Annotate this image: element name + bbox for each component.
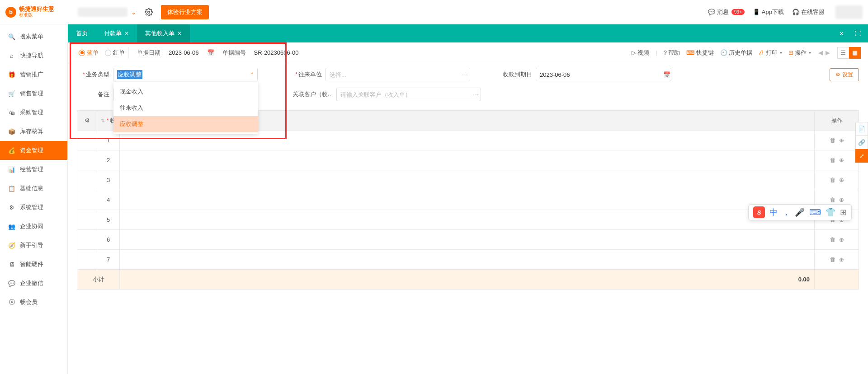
online-service-link[interactable]: 🎧 在线客服 bbox=[792, 8, 825, 16]
table-row[interactable]: 3🗑⊕ bbox=[77, 170, 859, 190]
sidebar-item-quick-nav[interactable]: ⌂快捷导航 bbox=[0, 46, 67, 65]
table-row[interactable]: 4🗑⊕ bbox=[77, 190, 859, 210]
shortcut-link[interactable]: ⌨快捷键 bbox=[686, 49, 714, 57]
row-content[interactable] bbox=[120, 150, 815, 170]
phone-icon: 📱 bbox=[753, 9, 760, 15]
sidebar-item-inventory[interactable]: 📦库存核算 bbox=[0, 122, 67, 141]
due-date-input[interactable] bbox=[536, 68, 671, 81]
calendar-icon[interactable]: 📅 bbox=[663, 71, 670, 78]
next-doc-button[interactable]: ▶ bbox=[825, 48, 831, 57]
help-link[interactable]: ?帮助 bbox=[664, 49, 680, 57]
ime-mic-icon[interactable]: 🎤 bbox=[795, 207, 805, 217]
sidebar-item-search-menu[interactable]: 🔍搜索菜单 bbox=[0, 27, 67, 46]
radio-blue-doc[interactable]: 蓝单 bbox=[79, 49, 99, 57]
operate-link[interactable]: ⊞操作▾ bbox=[788, 49, 811, 57]
row-content[interactable] bbox=[120, 170, 815, 190]
delete-row-icon[interactable]: 🗑 bbox=[830, 157, 835, 164]
add-row-icon[interactable]: ⊕ bbox=[839, 157, 844, 164]
delete-row-icon[interactable]: 🗑 bbox=[830, 196, 835, 203]
org-selector[interactable]: ⌄ bbox=[78, 8, 137, 17]
view-form-button[interactable]: ▦ bbox=[849, 47, 861, 59]
row-handle[interactable] bbox=[77, 210, 97, 230]
link-label: 操作 bbox=[795, 49, 807, 57]
row-content[interactable] bbox=[120, 250, 815, 270]
prev-doc-button[interactable]: ◀ bbox=[817, 48, 824, 57]
form-settings-button[interactable]: ⚙设置 bbox=[830, 68, 859, 81]
sidebar-item-basicinfo[interactable]: 📋基础信息 bbox=[0, 179, 67, 198]
tab-home[interactable]: 首页 bbox=[68, 24, 96, 42]
ime-keyboard-icon[interactable]: ⌨ bbox=[809, 207, 821, 217]
user-avatar-blurred[interactable] bbox=[835, 5, 863, 19]
sidebar-item-hardware[interactable]: 🖥智能硬件 bbox=[0, 255, 67, 274]
row-content[interactable] bbox=[120, 190, 815, 210]
messages-link[interactable]: 💬 消息 99+ bbox=[708, 8, 745, 16]
add-row-icon[interactable]: ⊕ bbox=[839, 196, 844, 203]
tabs-expand-button[interactable]: ⛶ bbox=[851, 27, 864, 40]
table-row[interactable]: 6🗑⊕ bbox=[77, 230, 859, 250]
row-handle[interactable] bbox=[77, 250, 97, 270]
delete-row-icon[interactable]: 🗑 bbox=[830, 137, 835, 144]
ime-lang-indicator[interactable]: 中 bbox=[769, 207, 778, 218]
float-note-button[interactable]: 📄 bbox=[855, 122, 868, 136]
dropdown-option-cash-income[interactable]: 现金收入 bbox=[113, 84, 258, 100]
row-content[interactable] bbox=[120, 230, 815, 250]
sidebar-item-finance[interactable]: 💰资金管理 bbox=[0, 141, 67, 160]
table-row[interactable]: 2🗑⊕ bbox=[77, 150, 859, 170]
add-row-icon[interactable]: ⊕ bbox=[839, 256, 844, 263]
delete-row-icon[interactable]: 🗑 bbox=[830, 236, 835, 243]
partner-input[interactable] bbox=[326, 68, 470, 81]
home-icon: ⌂ bbox=[8, 52, 15, 59]
add-row-icon[interactable]: ⊕ bbox=[839, 137, 844, 144]
partner-field: *往来单位 ⋯ bbox=[289, 68, 468, 81]
row-handle[interactable] bbox=[77, 190, 97, 210]
ime-punct-indicator[interactable]: ， bbox=[782, 207, 790, 218]
app-download-link[interactable]: 📱 App下载 bbox=[753, 8, 784, 16]
sidebar-item-system[interactable]: ⚙系统管理 bbox=[0, 198, 67, 217]
sidebar-item-operation[interactable]: 📊经营管理 bbox=[0, 160, 67, 179]
radio-red-doc[interactable]: 红单 bbox=[105, 49, 125, 57]
dropdown-option-ar-adjust[interactable]: 应收调整 bbox=[113, 116, 258, 132]
ime-floating-bar[interactable]: S 中 ， 🎤 ⌨ 👕 ⊞ bbox=[748, 204, 852, 220]
row-handle[interactable] bbox=[77, 150, 97, 170]
tabs-close-all-button[interactable]: ✕ bbox=[835, 27, 848, 40]
tab-payment[interactable]: 付款单✕ bbox=[96, 24, 137, 42]
view-list-button[interactable]: ☰ bbox=[837, 47, 849, 59]
delete-row-icon[interactable]: 🗑 bbox=[830, 177, 835, 183]
row-handle[interactable] bbox=[77, 170, 97, 190]
tab-other-income[interactable]: 其他收入单✕ bbox=[137, 24, 190, 42]
sidebar-item-member[interactable]: Ⓥ畅会员 bbox=[0, 293, 67, 312]
sidebar-item-sales[interactable]: 🛒销售管理 bbox=[0, 84, 67, 103]
sidebar-item-collab[interactable]: 👥企业协同 bbox=[0, 217, 67, 236]
wallet-icon: 💰 bbox=[8, 147, 15, 154]
sidebar-item-marketing[interactable]: 🎁营销推广 bbox=[0, 65, 67, 84]
ime-menu-icon[interactable]: ⊞ bbox=[840, 207, 847, 217]
video-link[interactable]: ▷视频 bbox=[632, 49, 649, 57]
close-icon[interactable]: ✕ bbox=[177, 30, 182, 37]
add-row-icon[interactable]: ⊕ bbox=[839, 177, 844, 183]
close-icon[interactable]: ✕ bbox=[124, 30, 129, 37]
sidebar-item-label: 企业微信 bbox=[20, 279, 43, 287]
sidebar-item-purchase[interactable]: 🛍采购管理 bbox=[0, 103, 67, 122]
row-content[interactable] bbox=[120, 210, 815, 230]
delete-row-icon[interactable]: 🗑 bbox=[830, 256, 835, 263]
print-link[interactable]: 🖨打印▾ bbox=[759, 49, 782, 57]
related-customer-input[interactable] bbox=[336, 88, 481, 101]
biz-type-select[interactable]: 应收调整 ˄ 现金收入 往来收入 应收调整 bbox=[113, 68, 258, 81]
add-row-icon[interactable]: ⊕ bbox=[839, 236, 844, 243]
calendar-icon[interactable]: 📅 bbox=[207, 49, 214, 56]
ime-skin-icon[interactable]: 👕 bbox=[826, 207, 835, 217]
row-handle[interactable] bbox=[77, 230, 97, 250]
trial-industry-button[interactable]: 体验行业方案 bbox=[161, 5, 209, 19]
doc-date-value[interactable]: 2023-06-06 bbox=[169, 49, 199, 56]
float-link-button[interactable]: 🔗 bbox=[855, 136, 868, 149]
float-expand-button[interactable]: ⤢ bbox=[855, 149, 868, 163]
settings-gear-icon[interactable] bbox=[145, 8, 153, 16]
history-link[interactable]: 🕘历史单据 bbox=[720, 49, 752, 57]
table-settings-column[interactable]: ⚙ bbox=[77, 111, 97, 131]
sidebar-item-wechat[interactable]: 💬企业微信 bbox=[0, 274, 67, 293]
sidebar-item-guide[interactable]: 🧭新手引导 bbox=[0, 236, 67, 255]
dropdown-option-ar-income[interactable]: 往来收入 bbox=[113, 100, 258, 116]
table-row[interactable]: 5🗑⊕ bbox=[77, 210, 859, 230]
row-handle[interactable] bbox=[77, 131, 97, 150]
table-row[interactable]: 7🗑⊕ bbox=[77, 250, 859, 270]
